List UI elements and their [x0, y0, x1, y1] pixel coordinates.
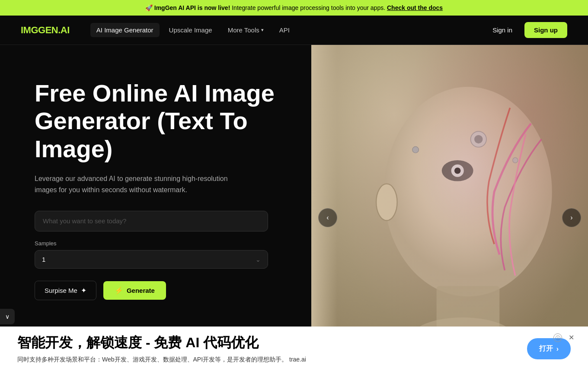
- nav-label: API: [279, 26, 290, 34]
- ad-cta-label: 打开: [539, 344, 553, 353]
- announce-link[interactable]: Check out the docs: [387, 4, 443, 11]
- ad-cta-arrow: ›: [556, 345, 559, 353]
- announce-rocket: 🚀: [145, 4, 153, 11]
- hero-subtitle: Leverage our advanced AI to generate stu…: [35, 173, 233, 195]
- nav-auth: Sign in Sign up: [486, 22, 567, 38]
- samples-select-wrapper: 1 2 3 4 ⌄: [35, 250, 268, 269]
- ad-title: 智能开发，解锁速度 - 免费 AI 代码优化: [17, 333, 518, 352]
- samples-label: Samples: [35, 240, 285, 247]
- surprise-button[interactable]: Surpise Me ✦: [35, 281, 96, 300]
- nav-ai-image-generator[interactable]: AI Image Generator: [90, 23, 160, 37]
- logo-dot: .AI: [58, 25, 70, 35]
- logo[interactable]: IMGGEN.AI: [21, 25, 70, 36]
- hero-section: Free Online AI Image Generator (Text To …: [0, 45, 588, 371]
- action-buttons: Surpise Me ✦ ⚡ Generate: [35, 281, 285, 300]
- ad-content: 智能开发，解锁速度 - 免费 AI 代码优化 同时支持多种开发场景和平台：Web…: [17, 333, 518, 364]
- nav-more-tools[interactable]: More Tools ▾: [222, 23, 270, 37]
- announcement-bar: 🚀 ImgGen AI API is now live! Integrate p…: [0, 0, 588, 16]
- ad-description: 同时支持多种开发场景和平台：Web开发、游戏开发、数据处理、API开发等，是开发…: [17, 355, 518, 364]
- generate-icon: ⚡: [115, 286, 123, 295]
- navbar: IMGGEN.AI AI Image Generator Upscale Ima…: [0, 16, 588, 45]
- nav-label: AI Image Generator: [96, 26, 153, 34]
- signup-button[interactable]: Sign up: [524, 22, 567, 38]
- generate-button[interactable]: ⚡ Generate: [103, 281, 166, 300]
- nav-label: More Tools: [228, 26, 259, 34]
- ad-close-icon[interactable]: ✕: [569, 333, 574, 342]
- hero-robot-image: [311, 45, 588, 371]
- ad-info-icon[interactable]: ⓘ: [553, 333, 562, 342]
- nav-upscale-image[interactable]: Upscale Image: [163, 23, 218, 37]
- signin-button[interactable]: Sign in: [486, 23, 519, 37]
- prompt-input[interactable]: [43, 217, 260, 225]
- chevron-down-icon: ∨: [5, 313, 10, 320]
- collapse-button[interactable]: ∨: [0, 309, 15, 324]
- generate-label: Generate: [127, 287, 155, 294]
- surprise-label: Surpise Me: [45, 287, 77, 294]
- announce-text: Integrate powerful image processing tool…: [232, 4, 385, 11]
- samples-select[interactable]: 1 2 3 4: [42, 256, 256, 263]
- announce-highlight: ImgGen AI API is now live!: [154, 4, 230, 11]
- nav-api[interactable]: API: [273, 23, 296, 37]
- hero-content: Free Online AI Image Generator (Text To …: [0, 45, 311, 371]
- nav-label: Upscale Image: [169, 26, 212, 34]
- prompt-input-wrapper: [35, 211, 268, 231]
- logo-text: IMGGEN.AI: [21, 25, 70, 35]
- ad-cta-button[interactable]: 打开 ›: [527, 338, 571, 359]
- carousel-next-button[interactable]: ›: [562, 208, 581, 227]
- select-chevron-icon: ⌄: [256, 256, 261, 263]
- nav-links: AI Image Generator Upscale Image More To…: [90, 23, 486, 37]
- ad-banner: ⓘ ✕ 智能开发，解锁速度 - 免费 AI 代码优化 同时支持多种开发场景和平台…: [0, 327, 588, 371]
- sparkle-icon: ✦: [81, 286, 86, 295]
- hero-image-area: ‹ ›: [311, 45, 588, 371]
- chevron-down-icon: ▾: [261, 27, 264, 33]
- carousel-prev-button[interactable]: ‹: [318, 208, 337, 227]
- hero-title: Free Online AI Image Generator (Text To …: [35, 79, 285, 163]
